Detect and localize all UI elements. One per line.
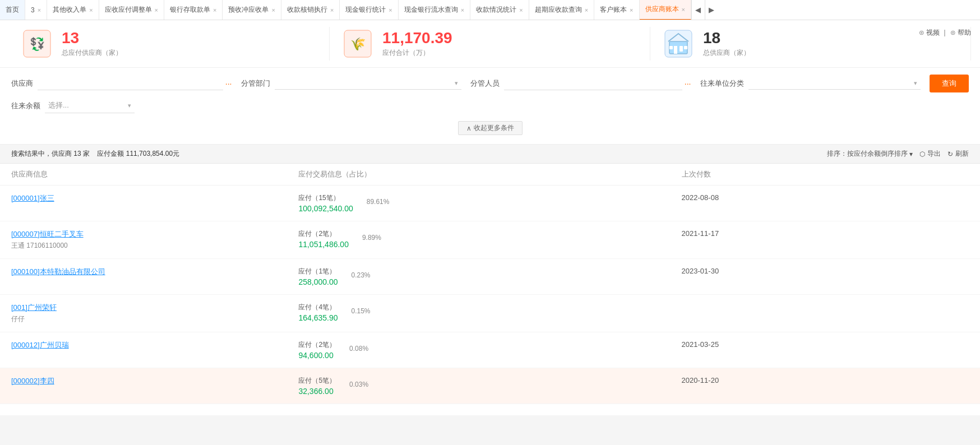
supplier-name-link[interactable]: [000001]张三: [11, 193, 298, 203]
payable-amount-link[interactable]: 94,600.00: [298, 351, 336, 360]
close-icon[interactable]: ×: [213, 7, 216, 13]
tab-prepay-offset[interactable]: 预收冲应收单 ×: [223, 0, 281, 20]
supplier-input[interactable]: [38, 77, 223, 90]
payable-pct: 89.61%: [367, 198, 390, 206]
tab-supplier-ledger[interactable]: 供应商账本 ×: [640, 0, 691, 20]
nav-next-arrow[interactable]: ▶: [705, 0, 718, 20]
nav-prev-arrow[interactable]: ◀: [691, 0, 705, 20]
payable-cell: 应付（4笔） 164,635.90 0.15%: [298, 303, 681, 322]
svg-rect-8: [669, 46, 673, 49]
payable-pct: 0.08%: [349, 345, 368, 353]
supplier-name-link[interactable]: [000100]本特勒油品有限公司: [11, 267, 298, 277]
filter-row-1: 供应商 ··· 分管部门 ▾ 分管人员 ··· 往来单位分类: [11, 75, 969, 92]
tab-customer-ledger-label: 客户账本: [600, 5, 627, 15]
tab-overdue-query[interactable]: 超期应收款查询 ×: [529, 0, 594, 20]
tab-home[interactable]: 首页: [0, 0, 25, 20]
supplier-cell: [000007]恒旺二手叉车 王通 17106110000: [11, 229, 298, 251]
tab-customer-ledger[interactable]: 客户账本 ×: [594, 0, 639, 20]
close-icon[interactable]: ×: [389, 7, 392, 13]
video-link[interactable]: ⊙ 视频: [919, 29, 940, 36]
header-last-pay: 上次付数: [682, 169, 873, 179]
tab-other-income[interactable]: 其他收入单 ×: [47, 0, 99, 20]
payable-amount-link[interactable]: 32,366.00: [298, 387, 336, 396]
collapse-button-label: 收起更多条件: [474, 123, 514, 133]
tab-cash-flow-query[interactable]: 现金银行流水查询 ×: [399, 0, 470, 20]
svg-text:💱: 💱: [30, 36, 45, 52]
tab-collection[interactable]: 收款核销执行 ×: [281, 0, 340, 20]
supplier-sub-info: 王通 17106110000: [11, 241, 298, 251]
close-icon[interactable]: ×: [682, 6, 685, 13]
supplier-name-link[interactable]: [001]广州荣轩: [11, 303, 298, 313]
department-filter-label: 分管部门: [241, 78, 270, 89]
tab-overdue-query-label: 超期应收款查询: [535, 5, 582, 15]
close-icon[interactable]: ×: [461, 7, 464, 13]
stat-total-suppliers-text: 18 总供应商（家）: [703, 30, 750, 58]
top-right-links: ⊙ 视频 ｜ ⊙ 帮助: [919, 28, 971, 38]
tab-collection-stats[interactable]: 收款情况统计 ×: [470, 0, 529, 20]
supplier-more-icon[interactable]: ···: [225, 79, 232, 88]
last-pay-date: 2021-11-17: [682, 229, 719, 238]
payable-label: 应付（15笔）: [298, 193, 353, 203]
filter-balance: 往来余额 选择... ▾: [11, 98, 135, 113]
tab-3[interactable]: 3 ×: [25, 0, 47, 20]
sort-select[interactable]: 排序：按应付余额倒序排序 ▾: [827, 149, 913, 159]
filter-category: 往来单位分类 ▾: [700, 77, 921, 90]
close-icon[interactable]: ×: [330, 7, 334, 13]
payable-amount-link[interactable]: 11,051,486.00: [298, 240, 349, 249]
supplier-name-link[interactable]: [000012]广州贝瑞: [11, 340, 298, 350]
total-suppliers-number: 18: [703, 30, 750, 47]
supplier-cell: [000002]李四: [11, 376, 298, 386]
last-pay-cell: 2021-11-17: [682, 229, 873, 238]
payable-label: 应付（4笔）: [298, 303, 338, 312]
supplier-name-link[interactable]: [000002]李四: [11, 376, 298, 386]
close-icon[interactable]: ×: [585, 7, 588, 13]
close-icon[interactable]: ×: [89, 7, 93, 13]
supplier-sub-info: 仔仔: [11, 314, 298, 324]
payable-pct: 9.89%: [362, 234, 381, 242]
help-link[interactable]: ⊙ 帮助: [950, 29, 971, 36]
person-input[interactable]: [504, 77, 682, 90]
collapse-button[interactable]: ∧ 收起更多条件: [458, 121, 523, 135]
payable-info: 应付（1笔） 258,000.00: [298, 267, 338, 286]
payable-amount-link[interactable]: 164,635.90: [298, 313, 338, 322]
last-pay-cell: 2020-11-20: [682, 376, 873, 384]
svg-rect-7: [679, 46, 683, 52]
export-button[interactable]: ⬡ 导出: [919, 149, 941, 159]
payable-label: 应付（1笔）: [298, 267, 338, 276]
filter-person: 分管人员 ···: [470, 77, 691, 90]
balance-select[interactable]: 选择... ▾: [45, 98, 135, 113]
category-select[interactable]: ▾: [748, 77, 921, 90]
header-payable-info: 应付交易信息（占比）: [298, 169, 681, 179]
refresh-button[interactable]: ↻ 刷新: [947, 149, 969, 159]
last-pay-date: 2023-01-30: [682, 267, 719, 275]
close-icon[interactable]: ×: [519, 7, 523, 13]
payable-total-icon: 🌾: [341, 27, 375, 61]
tab-cash-bank-stats[interactable]: 现金银行统计 ×: [340, 0, 398, 20]
supplier-name-link[interactable]: [000007]恒旺二手叉车: [11, 229, 298, 239]
filter-department: 分管部门 ▾: [241, 77, 462, 90]
close-icon[interactable]: ×: [271, 7, 275, 13]
tab-ar-ap-adjust-label: 应收应付调整单: [105, 5, 152, 15]
tab-supplier-ledger-label: 供应商账本: [645, 4, 679, 14]
payable-amount-link[interactable]: 258,000.00: [298, 277, 338, 286]
supplier-cell: [000100]本特勒油品有限公司: [11, 267, 298, 277]
close-icon[interactable]: ×: [630, 7, 633, 13]
department-select[interactable]: ▾: [275, 77, 462, 90]
search-button[interactable]: 查询: [930, 75, 969, 92]
stats-bar: 💱 13 总应付供应商（家） 🌾 11,170.39 应付合计（万）: [0, 20, 980, 68]
last-pay-cell: 2022-08-08: [682, 193, 873, 202]
close-icon[interactable]: ×: [155, 7, 158, 13]
tab-ar-ap-adjust[interactable]: 应收应付调整单 ×: [99, 0, 164, 20]
tab-cash-flow-query-label: 现金银行流水查询: [404, 5, 458, 15]
chevron-down-icon3: ▾: [128, 102, 131, 109]
balance-filter-label: 往来余额: [11, 101, 40, 111]
person-more-icon[interactable]: ···: [685, 79, 691, 88]
supplier-cell: [000001]张三: [11, 193, 298, 203]
tab-bank-deposit[interactable]: 银行存取款单 ×: [164, 0, 223, 20]
payable-total-label: 应付合计（万）: [382, 48, 452, 58]
payable-amount-link[interactable]: 100,092,540.00: [298, 204, 353, 213]
close-icon[interactable]: ×: [38, 7, 41, 13]
payable-pct: 0.03%: [349, 381, 368, 388]
export-icon: ⬡: [919, 150, 925, 158]
header-supplier-info: 供应商信息: [11, 169, 298, 179]
